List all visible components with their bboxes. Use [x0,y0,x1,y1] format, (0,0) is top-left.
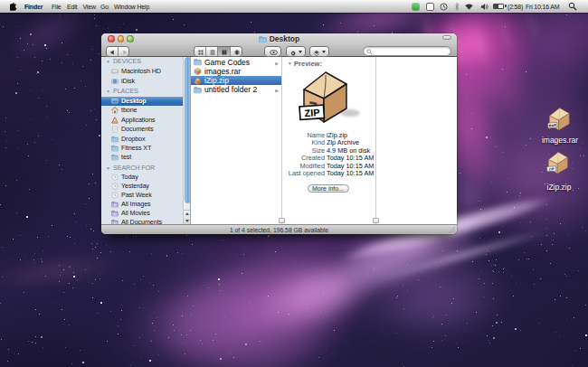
svg-text:ZIP: ZIP [549,167,555,171]
svg-text:RAR: RAR [548,123,556,128]
svg-text:ZIP: ZIP [304,107,320,118]
